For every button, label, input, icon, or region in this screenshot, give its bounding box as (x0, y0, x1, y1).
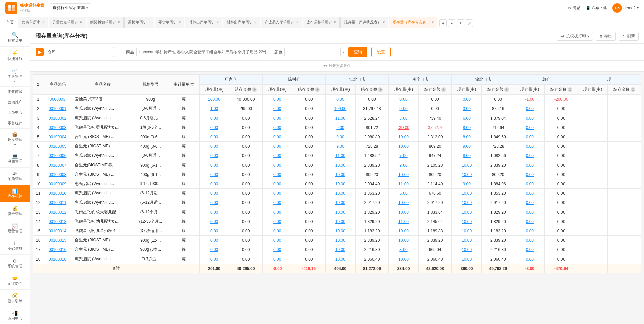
product-code[interactable]: 00100005 (43, 142, 72, 151)
close-icon[interactable]: × (149, 20, 151, 24)
wh5-qty[interactable]: 10.00 (452, 226, 482, 236)
tab-yao-huo[interactable]: 要货单历史 × (155, 17, 184, 28)
wh2-qty[interactable]: 0.00 (262, 104, 292, 113)
wh4-qty[interactable]: 11.00 (389, 217, 419, 226)
wh2-qty[interactable]: 0.00 (262, 170, 292, 179)
wh2-qty[interactable]: 0.00 (262, 95, 292, 104)
close-icon[interactable]: × (255, 20, 257, 24)
product-code[interactable]: 00100013 (43, 217, 72, 226)
wh4-qty[interactable]: 10.00 (389, 207, 419, 217)
wh5-qty[interactable]: 8.00 (452, 123, 482, 132)
wh4-qty[interactable]: 7.00 (389, 151, 419, 160)
close-icon[interactable]: × (296, 20, 298, 24)
wh4-qty[interactable]: 10.00 (389, 226, 419, 236)
wh2-qty[interactable]: 0.00 (262, 236, 292, 245)
tab-cost-adj[interactable]: 成本调整单历史 × (303, 17, 340, 28)
wh3-qty[interactable]: 109.00 (326, 104, 356, 113)
close-icon[interactable]: × (383, 20, 385, 24)
sidebar-item-enterprise[interactable]: 🤝 企业协同 (0, 272, 30, 290)
wh2-qty[interactable]: 0.00 (262, 151, 292, 160)
wh4-qty[interactable]: 10.00 (389, 198, 419, 207)
product-code[interactable]: 00100006 (43, 151, 72, 160)
company-selector[interactable]: 母婴行业演示陈套 ▾ (50, 3, 91, 12)
sidebar-item-inventory[interactable]: 📊 库存核算 (0, 185, 30, 202)
product-code[interactable]: 00100004 (43, 132, 72, 142)
wh3-qty[interactable]: 10.00 (326, 160, 356, 170)
info-icon[interactable]: ① (378, 87, 383, 92)
wh3-qty[interactable]: 0.00 (326, 95, 356, 104)
tab-close-all[interactable]: × (457, 19, 464, 27)
wh1-qty[interactable]: 0.00 (199, 198, 229, 207)
wh4-qty[interactable]: 10.00 (389, 254, 419, 264)
wh5-qty[interactable]: 9.00 (452, 179, 482, 189)
wh1-qty[interactable]: 0.00 (199, 189, 229, 198)
close-icon[interactable]: × (179, 20, 181, 24)
sidebar-item-wholesale[interactable]: 📦 批发管理 ▾ (0, 129, 30, 150)
sidebar-item-app-center[interactable]: 📲 应用中心 (0, 307, 30, 324)
wh1-qty[interactable]: 0.00 (199, 236, 229, 245)
total-qty[interactable]: 0.00 (515, 179, 545, 189)
total-qty[interactable]: 0.00 (515, 142, 545, 151)
wh4-qty[interactable]: 10.00 (389, 170, 419, 179)
tab-pan-history[interactable]: 盘点单历史 × (18, 17, 48, 28)
close-icon[interactable]: × (334, 20, 336, 24)
close-icon[interactable]: × (80, 20, 82, 24)
wh5-qty[interactable]: 9.00 (452, 142, 482, 151)
refresh-btn[interactable]: ↻ 刷新 (619, 32, 639, 41)
wh4-qty[interactable]: 3.00 (389, 245, 419, 254)
wh1-qty[interactable]: 0.00 (199, 123, 229, 132)
wh5-qty[interactable]: 3.00 (452, 104, 482, 113)
total-qty[interactable]: 0.00 (515, 236, 545, 245)
wh2-qty[interactable]: 0.00 (262, 189, 292, 198)
product-code[interactable]: 00100016 (43, 245, 72, 254)
sidebar-item-ecommerce[interactable]: 💻 电商管理 (0, 150, 30, 168)
info-icon[interactable]: ① (315, 87, 320, 92)
wh3-qty[interactable]: 9.00 (326, 142, 356, 151)
product-code[interactable]: 00100014 (43, 226, 72, 236)
total-qty[interactable]: 0.00 (515, 189, 545, 198)
wh3-qty[interactable]: 10.00 (326, 254, 356, 264)
sidebar-item-retail-store[interactable]: 零售商城 (0, 87, 30, 97)
wh1-qty[interactable]: 0.00 (199, 160, 229, 170)
wh5-qty[interactable]: 10.00 (452, 189, 482, 198)
tab-zu-zhe[interactable]: 组装拆卸单历史 × (87, 17, 124, 28)
product-code[interactable]: 00100011 (43, 198, 72, 207)
sidebar-item-nav[interactable]: ⚡ 快捷导航 (0, 47, 30, 65)
total-qty[interactable]: 0.00 (515, 113, 545, 123)
wh5-qty[interactable]: 8.00 (452, 132, 482, 142)
message-btn[interactable]: ✉ 消息 (568, 5, 580, 11)
close-icon[interactable]: × (432, 20, 434, 24)
wh3-qty[interactable]: 11.00 (326, 151, 356, 160)
product-code[interactable]: 00100001 (43, 104, 72, 113)
product-code[interactable]: 00100003 (43, 123, 72, 132)
wh4-qty[interactable]: 0.00 (389, 95, 419, 104)
product-code[interactable]: 00100012 (43, 207, 72, 217)
sidebar-item-finance[interactable]: 💰 资金管理 (0, 202, 30, 220)
wh2-qty[interactable]: 0.00 (262, 226, 292, 236)
product-code[interactable]: 00100018 (43, 254, 72, 264)
wh1-qty[interactable]: 0.00 (199, 207, 229, 217)
expand-conditions-btn[interactable]: ▾▾ 展开更多条件 (322, 62, 352, 70)
tab-other-out[interactable]: 其他出库单历史 × (185, 17, 222, 28)
wh4-qty[interactable]: 10.00 (389, 142, 419, 151)
filter-expand-btn[interactable]: ▶ (36, 48, 44, 56)
sidebar-item-retail-mgmt[interactable]: 🛒 零售管理 ▲ (0, 65, 30, 87)
tab-scroll-right[interactable]: ▸ (448, 19, 455, 27)
tab-mat-out[interactable]: 材料出库单历史 × (223, 17, 260, 28)
wh5-qty[interactable]: 10.00 (452, 236, 482, 245)
wh4-qty[interactable]: 10.00 (389, 236, 419, 245)
info-icon[interactable]: ① (568, 87, 572, 92)
product-code[interactable]: 00100010 (43, 189, 72, 198)
wh3-qty[interactable]: 9.00 (326, 123, 356, 132)
wh5-qty[interactable]: 10.00 (452, 160, 482, 170)
wh1-qty[interactable]: 0.00 (199, 245, 229, 254)
product-code[interactable]: 00100015 (43, 236, 72, 245)
tab-expand[interactable]: ⤢ (466, 19, 473, 27)
wh4-qty[interactable]: 11.00 (389, 179, 419, 189)
wh3-qty[interactable]: 9.00 (326, 132, 356, 142)
wh2-qty[interactable]: 0.00 (262, 207, 292, 217)
wh5-qty[interactable]: 10.00 (452, 207, 482, 217)
wh3-qty[interactable]: 10.00 (326, 217, 356, 226)
sidebar-item-member[interactable]: 会员中心 (0, 107, 30, 118)
product-code[interactable]: 00100007 (43, 160, 72, 170)
